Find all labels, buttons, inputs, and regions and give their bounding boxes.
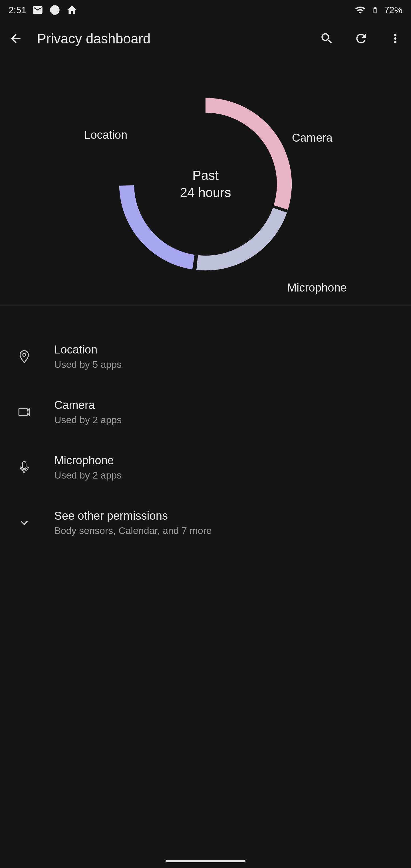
search-button[interactable] [320, 31, 334, 46]
location-icon [17, 349, 31, 364]
chart-center-line1: Past [180, 167, 231, 184]
list-content: Camera Used by 2 apps [54, 399, 122, 426]
chart-label-microphone: Microphone [287, 281, 347, 294]
status-left: 2:51 [8, 4, 77, 16]
expand-title: See other permissions [54, 509, 212, 522]
permission-camera[interactable]: Camera Used by 2 apps [0, 384, 411, 440]
home-icon [66, 4, 77, 16]
nav-bar-handle[interactable] [165, 860, 246, 862]
chart-section: Past 24 hours Location Camera Microphone [0, 57, 411, 306]
svg-point-0 [50, 5, 60, 14]
permission-location[interactable]: Location Used by 5 apps [0, 329, 411, 384]
donut-chart-container: Past 24 hours Location Camera Microphone [113, 91, 298, 277]
more-button[interactable] [388, 31, 403, 46]
reddit-icon [49, 4, 61, 16]
back-button[interactable] [8, 31, 23, 46]
chart-center-label: Past 24 hours [180, 167, 231, 201]
status-time: 2:51 [8, 5, 26, 16]
battery-icon [369, 4, 381, 16]
permission-subtitle: Used by 2 apps [54, 470, 122, 481]
camera-icon [17, 405, 31, 419]
expand-subtitle: Body sensors, Calendar, and 7 more [54, 525, 212, 536]
chevron-down-icon [17, 516, 31, 530]
app-bar: Privacy dashboard [0, 20, 411, 57]
status-right: 72% [354, 4, 403, 16]
chart-center-line2: 24 hours [180, 184, 231, 201]
chart-label-location: Location [84, 128, 127, 141]
list-content: Microphone Used by 2 apps [54, 454, 122, 481]
microphone-icon [17, 460, 31, 474]
permission-subtitle: Used by 5 apps [54, 359, 122, 370]
permission-title: Microphone [54, 454, 122, 467]
permission-subtitle: Used by 2 apps [54, 414, 122, 426]
wifi-icon [354, 4, 366, 16]
permissions-list: Location Used by 5 apps Camera Used by 2… [0, 306, 411, 574]
mail-icon [32, 4, 43, 16]
permission-title: Camera [54, 399, 122, 411]
list-content: Location Used by 5 apps [54, 343, 122, 370]
permission-title: Location [54, 343, 122, 356]
chart-label-camera: Camera [292, 131, 333, 144]
list-content: See other permissions Body sensors, Cale… [54, 509, 212, 536]
app-bar-actions [320, 31, 403, 46]
page-title: Privacy dashboard [37, 31, 306, 46]
expand-permissions[interactable]: See other permissions Body sensors, Cale… [0, 495, 411, 551]
permission-microphone[interactable]: Microphone Used by 2 apps [0, 440, 411, 495]
refresh-button[interactable] [354, 31, 368, 46]
battery-percent: 72% [384, 5, 403, 16]
status-bar: 2:51 72% [0, 0, 411, 20]
